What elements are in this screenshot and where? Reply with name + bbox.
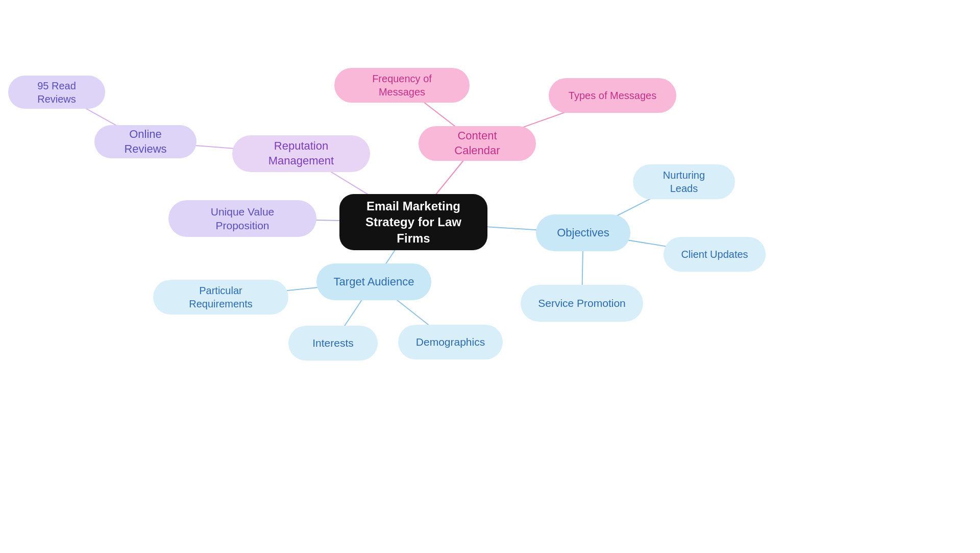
content-calendar-label: Content Calendar xyxy=(435,129,520,158)
frequency-messages-label: Frequency of Messages xyxy=(351,72,453,99)
center-node: Email Marketing Strategy for Law Firms xyxy=(339,194,487,250)
demographics-label: Demographics xyxy=(416,335,485,349)
particular-requirements-label: Particular Requirements xyxy=(169,284,272,310)
service-promotion-label: Service Promotion xyxy=(538,296,626,310)
particular-requirements-node: Particular Requirements xyxy=(153,280,288,315)
nurturing-leads-label: Nurturing Leads xyxy=(649,169,719,195)
client-updates-label: Client Updates xyxy=(681,248,748,261)
objectives-label: Objectives xyxy=(557,226,609,241)
target-audience-node: Target Audience xyxy=(316,263,431,300)
center-label: Email Marketing Strategy for Law Firms xyxy=(356,198,471,246)
read-reviews-node: 95 Read Reviews xyxy=(8,76,105,109)
unique-value-node: Unique Value Proposition xyxy=(168,200,316,237)
reputation-management-label: Reputation Management xyxy=(249,139,354,168)
objectives-node: Objectives xyxy=(536,214,630,251)
types-messages-node: Types of Messages xyxy=(549,78,676,113)
service-promotion-node: Service Promotion xyxy=(521,285,643,322)
interests-label: Interests xyxy=(312,336,354,350)
nurturing-leads-node: Nurturing Leads xyxy=(633,164,735,199)
interests-node: Interests xyxy=(288,326,378,360)
types-messages-label: Types of Messages xyxy=(569,89,656,102)
demographics-node: Demographics xyxy=(398,325,503,359)
unique-value-label: Unique Value Proposition xyxy=(185,205,300,233)
online-reviews-node: Online Reviews xyxy=(94,125,197,158)
client-updates-node: Client Updates xyxy=(664,237,766,272)
reputation-management-node: Reputation Management xyxy=(232,135,370,172)
content-calendar-node: Content Calendar xyxy=(419,126,536,161)
online-reviews-label: Online Reviews xyxy=(111,127,180,156)
frequency-messages-node: Frequency of Messages xyxy=(334,68,470,103)
read-reviews-label: 95 Read Reviews xyxy=(24,79,89,106)
target-audience-label: Target Audience xyxy=(334,275,414,290)
